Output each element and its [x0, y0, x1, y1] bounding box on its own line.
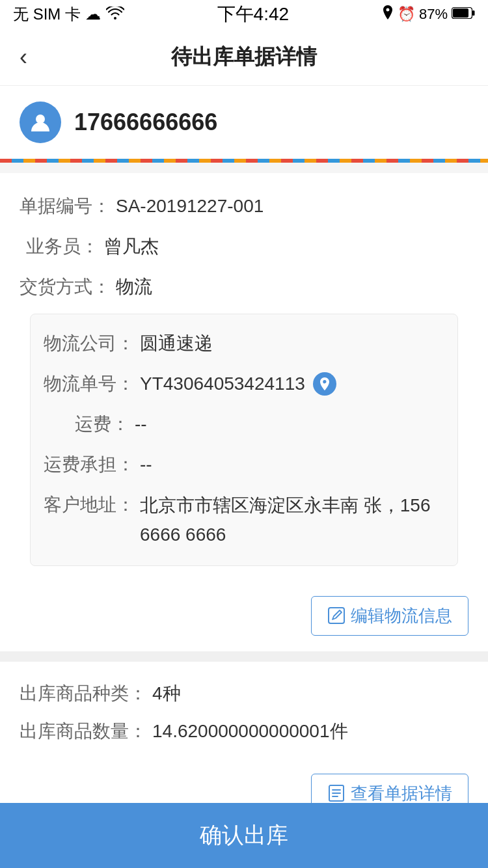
freight-bear-value: --: [140, 451, 444, 478]
svg-rect-5: [329, 608, 344, 623]
delivery-row: 交货方式： 物流: [20, 273, 468, 301]
goods-quantity-row: 出库商品数量： 14.620000000000001件: [20, 719, 468, 744]
logistics-company-label: 物流公司：: [44, 330, 140, 357]
goods-quantity-value: 14.620000000000001件: [152, 719, 348, 744]
goods-types-value: 4种: [152, 681, 181, 706]
edit-btn-row: 编辑物流信息: [0, 586, 488, 651]
confirm-btn-label: 确认出库: [200, 821, 288, 850]
location-status-icon: [382, 5, 394, 23]
wifi-icon: [106, 5, 124, 23]
order-no-value: SA-20191227-001: [116, 193, 468, 220]
document-icon: [327, 784, 346, 802]
delivery-value: 物流: [116, 273, 468, 301]
svg-rect-1: [472, 10, 475, 16]
salesman-label: 业务员：: [20, 233, 104, 260]
customer-phone: 17666666666: [74, 109, 217, 136]
battery-icon: [452, 6, 475, 23]
status-left: 无 SIM 卡 ☁: [13, 4, 124, 25]
logistics-box: 物流公司： 圆通速递 物流单号： YT43064053424113 运费： --…: [30, 314, 458, 566]
goods-quantity-label: 出库商品数量：: [20, 719, 152, 744]
freight-bear-row: 运费承担： --: [44, 451, 444, 478]
address-row: 客户地址： 北京市市辖区海淀区永丰南 张，156 6666 6666: [44, 491, 444, 550]
freight-label: 运费：: [44, 411, 135, 438]
back-button[interactable]: ‹: [20, 44, 27, 71]
status-right: ⏰ 87%: [382, 5, 475, 23]
goods-types-row: 出库商品种类： 4种: [20, 681, 468, 706]
logistics-tracking-label: 物流单号：: [44, 370, 140, 398]
address-label: 客户地址：: [44, 491, 140, 519]
salesman-row: 业务员： 曾凡杰: [20, 233, 468, 260]
status-time: 下午4:42: [217, 2, 290, 27]
deco-line: [0, 159, 488, 163]
logistics-tracking-row: 物流单号： YT43064053424113: [44, 370, 444, 398]
svg-rect-2: [453, 8, 468, 18]
edit-logistics-button[interactable]: 编辑物流信息: [311, 596, 468, 636]
customer-section: 17666666666: [0, 86, 488, 159]
goods-types-label: 出库商品种类：: [20, 681, 152, 706]
section-divider: [0, 651, 488, 662]
logistics-tracking-value: YT43064053424113: [140, 370, 444, 398]
salesman-value: 曾凡杰: [104, 233, 468, 260]
logistics-company-value: 圆通速递: [140, 330, 444, 357]
status-bar: 无 SIM 卡 ☁ 下午4:42 ⏰ 87%: [0, 0, 488, 29]
freight-row: 运费： --: [44, 411, 444, 438]
svg-point-3: [36, 115, 45, 124]
order-no-label: 单据编号：: [20, 193, 116, 220]
logistics-company-row: 物流公司： 圆通速递: [44, 330, 444, 357]
no-sim-label: 无 SIM 卡 ☁: [13, 4, 101, 25]
address-value: 北京市市辖区海淀区永丰南 张，156 6666 6666: [140, 491, 444, 550]
page-title: 待出库单据详情: [171, 43, 317, 72]
nav-bar: ‹ 待出库单据详情: [0, 29, 488, 86]
freight-bear-label: 运费承担：: [44, 451, 140, 478]
edit-logistics-label: 编辑物流信息: [351, 604, 452, 627]
confirm-outbound-button[interactable]: 确认出库: [0, 803, 488, 868]
avatar: [20, 102, 61, 143]
edit-icon: [327, 606, 346, 625]
order-info-section: 单据编号： SA-20191227-001 业务员： 曾凡杰 交货方式： 物流 …: [0, 173, 488, 586]
battery-label: 87%: [419, 6, 448, 23]
view-details-label: 查看单据详情: [351, 782, 452, 805]
alarm-icon: ⏰: [398, 6, 415, 23]
freight-value: --: [135, 411, 444, 438]
delivery-label: 交货方式：: [20, 273, 116, 301]
order-no-row: 单据编号： SA-20191227-001: [20, 193, 468, 220]
goods-section: 出库商品种类： 4种 出库商品数量： 14.620000000000001件: [0, 662, 488, 763]
